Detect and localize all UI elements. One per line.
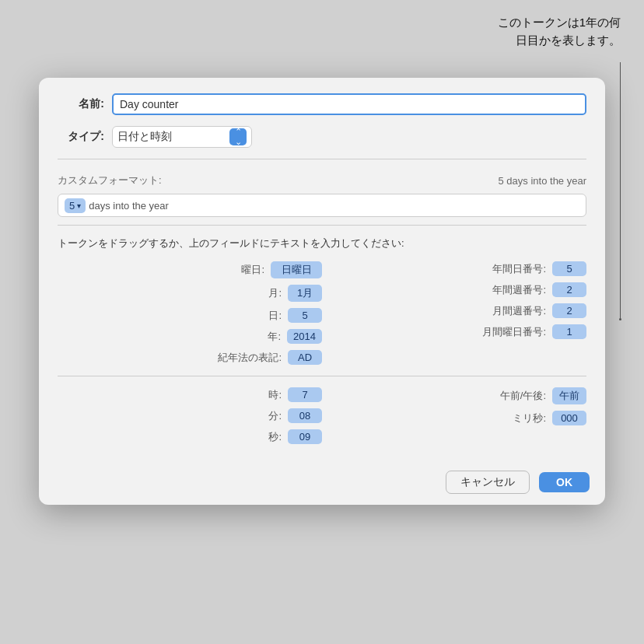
tooltip-line <box>620 62 621 319</box>
fields-grid: 曜日: 日曜日 月: 1月 日: 5 年: 2014 紀年法の表記: AD <box>58 261 586 365</box>
type-row: タイプ: 日付と時刻 ⌃⌄ <box>58 126 586 148</box>
year-row: 年: 2014 <box>58 329 322 344</box>
format-section: カスタムフォーマット: 5 days into the year 5 ▾ day… <box>58 167 586 225</box>
name-row: 名前: <box>58 93 586 115</box>
name-label: 名前: <box>58 97 104 111</box>
day-value[interactable]: 5 <box>288 308 322 323</box>
second-label: 秒: <box>268 430 282 444</box>
year-value[interactable]: 2014 <box>287 329 322 344</box>
millisecond-row: ミリ秒: 000 <box>322 411 586 425</box>
year-label: 年: <box>268 330 281 344</box>
weekday-of-month-label: 月間曜日番号: <box>482 325 546 339</box>
weekday-row: 曜日: 日曜日 <box>58 261 322 278</box>
day-of-year-row: 年間日番号: 5 <box>322 261 586 276</box>
minute-value[interactable]: 08 <box>288 408 322 423</box>
era-value[interactable]: AD <box>288 350 322 365</box>
day-of-year-label: 年間日番号: <box>492 262 546 276</box>
weekday-of-month-value[interactable]: 1 <box>552 324 586 339</box>
weekday-of-month-row: 月間曜日番号: 1 <box>322 324 586 339</box>
ampm-row: 午前/午後: 午前 <box>322 387 586 404</box>
cancel-button[interactable]: キャンセル <box>446 471 530 494</box>
name-input[interactable] <box>112 93 586 115</box>
weekday-label: 曜日: <box>241 263 264 277</box>
left-field-group: 曜日: 日曜日 月: 1月 日: 5 年: 2014 紀年法の表記: AD <box>58 261 322 365</box>
divider-2 <box>58 225 586 226</box>
second-row: 秒: 09 <box>58 429 322 444</box>
era-label: 紀年法の表記: <box>218 351 282 365</box>
dialog: 名前: タイプ: 日付と時刻 ⌃⌄ カスタムフォーマット: 5 days int… <box>39 78 605 505</box>
dialog-footer: キャンセル OK <box>39 460 605 505</box>
month-value[interactable]: 1月 <box>288 285 322 302</box>
day-of-year-value[interactable]: 5 <box>552 261 586 276</box>
ampm-label: 午前/午後: <box>500 389 546 403</box>
weekday-value[interactable]: 日曜日 <box>271 261 322 278</box>
week-of-month-label: 月間週番号: <box>492 304 546 318</box>
week-of-year-row: 年間週番号: 2 <box>322 282 586 297</box>
second-value[interactable]: 09 <box>288 429 322 444</box>
divider-1 <box>58 159 586 159</box>
time-grid: 時: 7 分: 08 秒: 09 午前/午後: 午前 <box>58 387 586 444</box>
millisecond-label: ミリ秒: <box>513 411 546 425</box>
token-arrow-icon: ▾ <box>77 201 81 210</box>
hour-row: 時: 7 <box>58 387 322 402</box>
format-preview: 5 days into the year <box>499 175 586 187</box>
right-field-group: 年間日番号: 5 年間週番号: 2 月間週番号: 2 月間曜日番号: 1 <box>322 261 586 365</box>
format-token-row: 5 ▾ days into the year <box>58 194 586 217</box>
ok-button[interactable]: OK <box>539 472 590 492</box>
millisecond-value[interactable]: 000 <box>552 411 586 425</box>
era-row: 紀年法の表記: AD <box>58 350 322 365</box>
drag-instruction: トークンをドラッグするか、上のフィールドにテキストを入力してください: <box>58 236 586 250</box>
format-header: カスタムフォーマット: 5 days into the year <box>58 173 586 187</box>
section-divider <box>58 376 586 376</box>
hour-label: 時: <box>268 388 282 402</box>
month-row: 月: 1月 <box>58 285 322 302</box>
type-select-text: 日付と時刻 <box>117 130 229 144</box>
ampm-value[interactable]: 午前 <box>552 387 586 404</box>
day-row: 日: 5 <box>58 308 322 323</box>
time-right-group: 午前/午後: 午前 ミリ秒: 000 <box>322 387 586 444</box>
minute-row: 分: 08 <box>58 408 322 423</box>
format-label: カスタムフォーマット: <box>58 173 162 187</box>
tooltip-text: このトークンは1年の何 日目かを表します。 <box>498 14 621 49</box>
minute-label: 分: <box>268 409 282 423</box>
day-label: 日: <box>268 309 282 323</box>
hour-value[interactable]: 7 <box>288 387 322 402</box>
month-label: 月: <box>268 286 282 300</box>
time-left-group: 時: 7 分: 08 秒: 09 <box>58 387 322 444</box>
tooltip-dot <box>619 318 621 320</box>
token-pill[interactable]: 5 ▾ <box>65 198 86 213</box>
week-of-year-label: 年間週番号: <box>492 283 546 297</box>
token-value: 5 <box>69 200 75 212</box>
week-of-month-value[interactable]: 2 <box>552 303 586 318</box>
token-suffix: days into the year <box>89 200 169 212</box>
week-of-year-value[interactable]: 2 <box>552 282 586 297</box>
type-label: タイプ: <box>58 130 104 144</box>
type-select[interactable]: 日付と時刻 ⌃⌄ <box>112 126 252 148</box>
type-select-arrow-icon: ⌃⌄ <box>229 128 247 145</box>
week-of-month-row: 月間週番号: 2 <box>322 303 586 318</box>
